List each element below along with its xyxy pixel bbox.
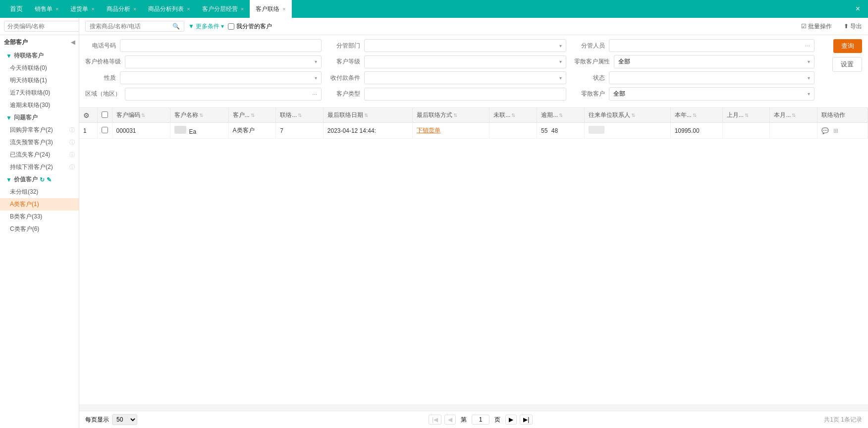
pagination: |◀ ◀ 第 页 ▶ ▶| [429, 415, 533, 425]
table-row: 1 000031 Ea A类客户 7 2023-04-12 14:4 [79, 123, 868, 139]
top-nav: 首页 销售单 × 进货单 × 商品分析 × 商品分析列表 × 客户分层经营 × … [0, 0, 868, 18]
input-customer-level[interactable]: ▾ [364, 55, 566, 68]
sort-icon: ⇅ [251, 112, 255, 118]
input-region[interactable]: ··· [125, 88, 322, 101]
search-icon[interactable]: 🔍 [172, 23, 180, 30]
td-customer-name: Ea [170, 123, 229, 139]
input-retail-attr[interactable]: 全部 ▾ [614, 55, 814, 68]
content-area: 🔍 ▼ 更多条件 ▾ 我分管的客户 ☑ 批量操作 ⬆ [79, 18, 868, 428]
ellipsis-icon[interactable]: ··· [312, 91, 317, 98]
nav-tab-analysis[interactable]: 商品分析 × [101, 0, 142, 18]
sort-icon: ⇅ [559, 112, 563, 118]
refresh-icon[interactable]: ↻ [40, 176, 45, 183]
sidebar-item-churned[interactable]: 已流失客户(24) ⓘ [0, 149, 79, 161]
label-status: 状态 [574, 74, 609, 82]
page-size-select[interactable]: 50 100 200 [112, 414, 137, 425]
chevron-down-icon: ▾ [315, 59, 317, 64]
select-all-checkbox[interactable] [102, 111, 108, 118]
sidebar-item-churn-warning[interactable]: 流失预警客户(3) ⓘ [0, 136, 79, 149]
export-btn[interactable]: ⬆ 导出 [844, 22, 862, 31]
input-person[interactable]: ··· [609, 39, 814, 52]
sidebar-item-overdue[interactable]: 逾期未联络(30) [0, 99, 79, 111]
sidebar-item-declining[interactable]: 持续下滑客户(2) ⓘ [0, 161, 79, 173]
sidebar-item-b-class[interactable]: B类客户(33) [0, 211, 79, 223]
td-last-month [722, 123, 770, 139]
info-icon-4: ⓘ [69, 163, 75, 171]
label-phone: 电话号码 [85, 42, 120, 50]
search-input[interactable] [90, 23, 172, 30]
input-retail-customer[interactable]: 全部 ▾ [609, 87, 814, 101]
batch-op-btn[interactable]: ☑ 批量操作 [801, 22, 832, 31]
sort-icon: ⇅ [745, 112, 749, 118]
close-tab-customer-mgmt-icon[interactable]: × [241, 6, 244, 12]
filter-bar: 🔍 ▼ 更多条件 ▾ 我分管的客户 ☑ 批量操作 ⬆ [79, 18, 868, 35]
nav-tab-customer-contact[interactable]: 客户联络 × [250, 0, 291, 18]
close-tab-customer-contact-icon[interactable]: × [282, 6, 285, 12]
query-button[interactable]: 查询 [833, 39, 862, 53]
chevron-down-icon: ▾ [808, 91, 810, 97]
sort-icon: ⇅ [792, 112, 796, 118]
sort-icon: ⇅ [199, 112, 203, 118]
close-tab-analysis-list-icon[interactable]: × [187, 6, 190, 12]
sidebar-all-customers[interactable]: 全部客户 ◀ [0, 35, 79, 50]
nav-tab-customer-mgmt[interactable]: 客户分层经营 × [196, 0, 250, 18]
ellipsis-icon[interactable]: ··· [805, 42, 810, 49]
sidebar-item-repurchase-abnormal[interactable]: 回购异常客户(2) ⓘ [0, 124, 79, 136]
chat-action-icon[interactable]: 💬 [821, 127, 829, 134]
td-last-contact-method: 下销货单 [413, 123, 489, 139]
bottom-bar: 每页显示 50 100 200 |◀ ◀ 第 页 ▶ ▶| 共1页 1条 [79, 411, 868, 428]
input-nature[interactable]: ▾ [120, 71, 322, 84]
label-nature: 性质 [85, 74, 120, 82]
last-page-btn[interactable]: ▶| [520, 415, 533, 425]
sidebar-item-7days[interactable]: 近7天待联络(0) [0, 87, 79, 99]
nav-tab-sales[interactable]: 销售单 × [29, 0, 64, 18]
row-checkbox[interactable] [102, 127, 108, 133]
close-tab-sales-icon[interactable]: × [55, 6, 58, 12]
sidebar-item-a-class[interactable]: A类客户(1) [0, 198, 79, 211]
page-number-input[interactable] [472, 415, 489, 425]
input-dept[interactable]: ▾ [364, 39, 566, 52]
close-tab-analysis-icon[interactable]: × [133, 6, 136, 12]
input-status[interactable]: ▾ [609, 71, 814, 84]
close-tab-purchase-icon[interactable]: × [91, 6, 94, 12]
unit-contact-badge [589, 126, 604, 134]
label-dept: 分管部门 [329, 42, 364, 50]
settings-button[interactable]: 设置 [832, 57, 862, 72]
nav-tab-analysis-list[interactable]: 商品分析列表 × [142, 0, 196, 18]
qr-action-icon[interactable]: ⊞ [833, 127, 838, 134]
sidebar-group-pending[interactable]: ▼ 待联络客户 [0, 50, 79, 62]
edit-group-icon[interactable]: ✎ [47, 176, 52, 183]
chevron-down-icon: ▾ [559, 75, 562, 81]
filter-row-4: 区域（地区） ··· 客户类型 零散客户 [85, 87, 818, 101]
nav-home[interactable]: 首页 [4, 0, 29, 18]
sidebar-item-today[interactable]: 今天待联络(0) [0, 62, 79, 74]
label-retail-customer: 零散客户 [574, 90, 609, 98]
sidebar-item-tomorrow[interactable]: 明天待联络(1) [0, 74, 79, 87]
last-contact-method-link[interactable]: 下销货单 [417, 127, 440, 134]
input-customer-type[interactable] [364, 88, 566, 101]
input-payment[interactable]: ▾ [364, 71, 566, 84]
app-container: 首页 销售单 × 进货单 × 商品分析 × 商品分析列表 × 客户分层经营 × … [0, 0, 868, 428]
label-customer-type: 客户类型 [329, 90, 364, 98]
first-page-btn[interactable]: |◀ [429, 415, 441, 425]
sidebar-search-input[interactable] [4, 21, 79, 32]
label-payment: 收付款条件 [329, 74, 364, 82]
sidebar-item-ungrouped[interactable]: 未分组(32) [0, 186, 79, 198]
more-filters-btn[interactable]: ▼ 更多条件 ▾ [188, 22, 224, 31]
input-phone[interactable] [120, 39, 322, 52]
th-last-contact-method: 最后联络方式 ⇅ [413, 108, 489, 123]
sidebar-item-c-class[interactable]: C类客户(6) [0, 223, 79, 235]
nav-tab-purchase[interactable]: 进货单 × [64, 0, 100, 18]
prev-page-btn[interactable]: ◀ [444, 415, 456, 425]
my-customers-checkbox[interactable] [228, 23, 234, 30]
horizontal-scrollbar[interactable] [79, 405, 868, 411]
label-retail-attr: 零散客户属性 [574, 57, 614, 66]
my-customers-filter[interactable]: 我分管的客户 [228, 22, 272, 31]
sidebar-group-problem[interactable]: ▼ 问题客户 [0, 111, 79, 124]
input-price-level[interactable]: ▾ [125, 55, 322, 68]
gear-icon[interactable]: ⚙ [83, 111, 90, 119]
next-page-btn[interactable]: ▶ [505, 415, 517, 425]
th-this-year: 本年... ⇅ [670, 108, 722, 123]
global-close-icon[interactable]: × [852, 4, 864, 13]
sidebar-group-value[interactable]: ▼ 价值客户 ↻ ✎ [0, 173, 79, 186]
